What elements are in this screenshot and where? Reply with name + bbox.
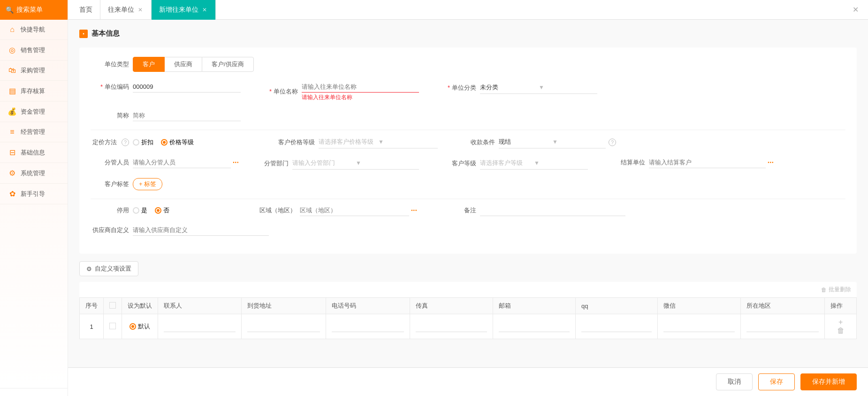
tab-partner[interactable]: 往来单位✕ bbox=[100, 0, 152, 20]
settlement-unit-more-button[interactable]: ··· bbox=[766, 158, 776, 167]
pricing-method-value: 折扣 价格等级 bbox=[133, 138, 269, 147]
unit-category-select[interactable]: 未分类 ▼ bbox=[480, 81, 597, 94]
sidebar-item-purchase[interactable]: 🛍采购管理 bbox=[0, 61, 68, 81]
row-default-radio[interactable] bbox=[129, 323, 136, 330]
department-select[interactable]: 请输入分管部门 ▼ bbox=[292, 157, 419, 170]
pricing-method-label: 定价方法 ? bbox=[91, 138, 133, 147]
customer-level-label: 客户等级 bbox=[438, 159, 480, 168]
sidebar-item-guide[interactable]: ✿新手引导 bbox=[0, 184, 68, 204]
sidebar-item-quick-nav[interactable]: ⌂快捷导航 bbox=[0, 20, 68, 40]
row-fax-input[interactable] bbox=[416, 321, 487, 332]
disabled-no-radio[interactable] bbox=[155, 207, 161, 214]
region-more-button[interactable]: ··· bbox=[409, 206, 419, 215]
form-row-2: 简称 bbox=[91, 110, 845, 121]
row-qq-input[interactable] bbox=[581, 321, 652, 332]
manager-more-button[interactable]: ··· bbox=[231, 158, 241, 167]
unit-name-input[interactable] bbox=[302, 81, 419, 93]
pricing-help-icon[interactable]: ? bbox=[122, 139, 129, 146]
cancel-button[interactable]: 取消 bbox=[716, 373, 753, 390]
custom-settings-button[interactable]: ⚙ 自定义项设置 bbox=[79, 261, 138, 276]
tab-close-add-partner[interactable]: ✕ bbox=[201, 6, 208, 14]
row-default-radio-item[interactable]: 默认 bbox=[128, 322, 152, 331]
row-phone[interactable] bbox=[326, 314, 410, 339]
payment-terms-help-icon[interactable]: ? bbox=[609, 139, 616, 146]
row-region[interactable] bbox=[740, 314, 825, 339]
row-email-input[interactable] bbox=[499, 321, 570, 332]
customer-level-field: 客户等级 请选择客户等级 ▼ bbox=[438, 157, 588, 170]
tab-add-partner[interactable]: 新增往来单位✕ bbox=[152, 0, 216, 20]
pricing-level-radio[interactable] bbox=[161, 139, 168, 146]
pricing-discount-radio[interactable] bbox=[133, 139, 139, 146]
unit-type-btn-customer[interactable]: 客户 bbox=[133, 57, 165, 72]
tab-home[interactable]: 首页 bbox=[72, 0, 100, 20]
unit-code-field: 单位编码 bbox=[91, 81, 241, 93]
contact-table: 序号 设为默认 联系人 到货地址 电话号码 传真 邮箱 qq 微信 所在地区 操… bbox=[79, 297, 857, 339]
sidebar-item-finance[interactable]: 💰资金管理 bbox=[0, 101, 68, 122]
row-qq[interactable] bbox=[576, 314, 658, 339]
row-address[interactable] bbox=[242, 314, 326, 339]
row-wechat-input[interactable] bbox=[663, 321, 735, 332]
disabled-yes-radio[interactable] bbox=[133, 207, 139, 214]
form-row-6: 停用 是 否 bbox=[91, 205, 845, 216]
supplier-custom-input[interactable] bbox=[133, 225, 269, 236]
unit-code-input[interactable] bbox=[133, 81, 241, 93]
settlement-unit-input[interactable] bbox=[649, 157, 766, 168]
sidebar-item-system[interactable]: ⚙系统管理 bbox=[0, 163, 68, 184]
sidebar-icon-system: ⚙ bbox=[8, 169, 17, 178]
manager-input[interactable] bbox=[133, 157, 231, 168]
region-input[interactable] bbox=[300, 205, 409, 216]
department-placeholder: 请输入分管部门 bbox=[292, 159, 356, 167]
disabled-yes-option[interactable]: 是 bbox=[133, 206, 147, 215]
short-name-input[interactable] bbox=[133, 110, 241, 121]
row-address-input[interactable] bbox=[247, 321, 320, 332]
sidebar-search[interactable]: 🔍 搜索菜单 bbox=[0, 0, 68, 20]
row-contact-input[interactable] bbox=[164, 321, 236, 332]
sidebar-item-sales[interactable]: ◎销售管理 bbox=[0, 40, 68, 61]
settings-icon: ⚙ bbox=[86, 265, 92, 272]
row-default-cell: 默认 bbox=[122, 314, 158, 339]
row-contact[interactable] bbox=[158, 314, 242, 339]
col-seq: 序号 bbox=[80, 298, 104, 314]
pricing-method-field: 定价方法 ? 折扣 价格等级 bbox=[91, 138, 269, 147]
row-fax[interactable] bbox=[410, 314, 493, 339]
sidebar-icon-finance: 💰 bbox=[8, 107, 17, 116]
payment-terms-select[interactable]: 现结 ▼ bbox=[499, 136, 606, 148]
sidebar: 🔍 搜索菜单 ⌂快捷导航◎销售管理🛍采购管理▤库存核算💰资金管理≡经营管理⊟基础… bbox=[0, 0, 68, 396]
row-phone-input[interactable] bbox=[332, 321, 404, 332]
sidebar-item-operations[interactable]: ≡经营管理 bbox=[0, 122, 68, 142]
settlement-unit-field: 结算单位 ··· bbox=[607, 157, 776, 168]
pricing-radio-group: 折扣 价格等级 bbox=[133, 138, 269, 147]
disabled-no-option[interactable]: 否 bbox=[155, 206, 169, 215]
customer-level-select[interactable]: 请选择客户等级 ▼ bbox=[480, 157, 588, 170]
unit-category-value: 未分类 ▼ bbox=[480, 81, 597, 94]
customer-price-level-select[interactable]: 请选择客户价格等级 ▼ bbox=[319, 136, 438, 148]
row-delete-button[interactable]: 🗑 bbox=[837, 326, 845, 334]
row-checkbox[interactable] bbox=[109, 323, 116, 329]
sidebar-item-basic-info[interactable]: ⊟基础信息 bbox=[0, 142, 68, 163]
table-header-row: 序号 设为默认 联系人 到货地址 电话号码 传真 邮箱 qq 微信 所在地区 操… bbox=[80, 298, 857, 314]
window-close-button[interactable]: ✕ bbox=[847, 5, 864, 14]
section-title: 基本信息 bbox=[91, 29, 120, 38]
tab-bar: 首页往来单位✕新增往来单位✕ ✕ bbox=[68, 0, 868, 20]
save-button[interactable]: 保存 bbox=[758, 373, 795, 390]
batch-delete-label: 批量删除 bbox=[829, 286, 851, 294]
add-tag-button[interactable]: + 标签 bbox=[133, 178, 162, 190]
sidebar-item-inventory[interactable]: ▤库存核算 bbox=[0, 81, 68, 101]
pricing-level-option[interactable]: 价格等级 bbox=[161, 138, 194, 147]
row-default-label: 默认 bbox=[138, 322, 150, 331]
row-email[interactable] bbox=[493, 314, 576, 339]
select-all-checkbox[interactable] bbox=[109, 302, 116, 309]
row-add-button[interactable]: + bbox=[838, 318, 843, 326]
batch-delete-button[interactable]: 🗑 批量删除 bbox=[821, 286, 851, 294]
row-wechat[interactable] bbox=[658, 314, 741, 339]
unit-category-selected: 未分类 bbox=[480, 83, 539, 92]
sidebar-icon-purchase: 🛍 bbox=[8, 66, 17, 75]
save-new-button[interactable]: 保存并新增 bbox=[800, 373, 857, 390]
sidebar-label-sales: 销售管理 bbox=[21, 46, 45, 54]
unit-type-btn-supplier[interactable]: 供应商 bbox=[165, 57, 202, 72]
tab-close-partner[interactable]: ✕ bbox=[137, 6, 144, 14]
row-region-input[interactable] bbox=[746, 321, 819, 332]
remark-input[interactable] bbox=[480, 205, 625, 216]
unit-type-btn-both[interactable]: 客户/供应商 bbox=[202, 57, 254, 72]
pricing-discount-option[interactable]: 折扣 bbox=[133, 138, 153, 147]
